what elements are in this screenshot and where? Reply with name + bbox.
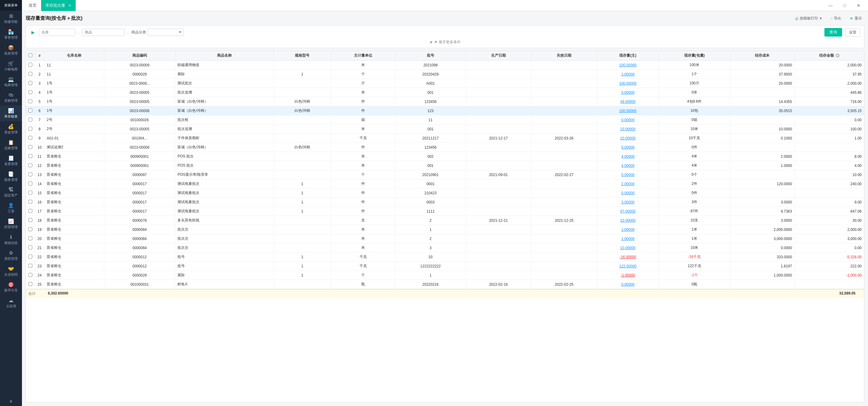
sidebar-gear-settings[interactable]: ⚙ [0, 397, 22, 406]
row-checkbox-cell[interactable] [26, 88, 35, 97]
row-qty-main[interactable]: 0.00000 [597, 170, 659, 179]
goods-input[interactable] [82, 29, 125, 36]
row-checkbox[interactable] [28, 117, 32, 122]
sidebar-item-invoice[interactable]: 🧾 发票管理 [0, 153, 22, 169]
row-checkbox-cell[interactable] [26, 280, 35, 289]
row-qty-main[interactable]: 2.00000 [597, 179, 659, 189]
row-checkbox[interactable] [28, 99, 32, 103]
window-minimize-btn[interactable]: — [824, 0, 838, 11]
row-qty-main[interactable]: 100.00000 [597, 79, 659, 88]
row-qty-main[interactable]: 4.00000 [597, 161, 659, 170]
row-qty-main[interactable]: 10.00000 [597, 243, 659, 252]
window-close-btn[interactable]: ✕ [851, 0, 866, 11]
row-qty-main[interactable]: 87.00000 [597, 207, 659, 216]
set-btn[interactable]: 设置 [845, 28, 860, 37]
row-checkbox[interactable] [28, 255, 32, 259]
row-checkbox-cell[interactable] [26, 271, 35, 280]
row-qty-main[interactable]: 0.00000 [597, 143, 659, 152]
row-qty-main[interactable]: 49.60000 [597, 97, 659, 106]
sidebar-item-system[interactable]: ⚙ 系统管理 [0, 248, 22, 264]
row-qty-main[interactable]: 100.00000 [597, 61, 659, 70]
sidebar-item-general[interactable]: 📋 总账管理 [0, 137, 22, 153]
row-checkbox-cell[interactable] [26, 79, 35, 88]
row-checkbox-cell[interactable] [26, 106, 35, 115]
row-checkbox[interactable] [28, 172, 32, 176]
row-checkbox-cell[interactable] [26, 115, 35, 125]
sidebar-item-asset[interactable]: 💰 资金管理 [0, 121, 22, 137]
row-checkbox-cell[interactable] [26, 243, 35, 252]
row-qty-main[interactable]: 1.00000 [597, 234, 659, 243]
sidebar-item-collab[interactable]: 🤝 企业协同 [0, 264, 22, 279]
row-checkbox[interactable] [28, 163, 32, 167]
warehouse-input[interactable] [39, 29, 75, 36]
row-qty-main[interactable]: 0.00000 [597, 115, 659, 125]
row-checkbox[interactable] [28, 63, 32, 67]
row-qty-main[interactable]: 10.00000 [597, 216, 659, 225]
row-checkbox[interactable] [28, 200, 32, 204]
sidebar-item-purchase[interactable]: 🛍 采购管理 [0, 90, 22, 105]
row-checkbox-cell[interactable] [26, 262, 35, 271]
row-checkbox[interactable] [28, 273, 32, 277]
row-checkbox[interactable] [28, 72, 32, 76]
row-checkbox[interactable] [28, 154, 32, 158]
sidebar-item-ecom[interactable]: 💻 电商管理 [0, 74, 22, 90]
row-checkbox[interactable] [28, 218, 32, 222]
row-qty-main[interactable]: 10.00000 [597, 125, 659, 134]
row-checkbox[interactable] [28, 90, 32, 94]
sidebar-item-quick-nav[interactable]: ⊞ 快捷导航 [0, 11, 22, 27]
row-checkbox[interactable] [28, 264, 32, 268]
sidebar-item-inventory[interactable]: 📊 库存核算 [0, 105, 22, 121]
row-checkbox[interactable] [28, 145, 32, 149]
select-all-checkbox[interactable] [28, 53, 32, 57]
sidebar-item-fixed-asset[interactable]: 🏗 固定资产 [0, 184, 22, 200]
row-qty-main[interactable]: 122.00000 [597, 262, 659, 271]
row-checkbox-cell[interactable] [26, 134, 35, 143]
row-checkbox-cell[interactable] [26, 207, 35, 216]
tab-close-btn[interactable]: ✕ [68, 3, 71, 8]
total-cost-info-icon[interactable]: ⓘ [836, 54, 840, 58]
row-checkbox-cell[interactable] [26, 161, 35, 170]
sidebar-item-small-ecom[interactable]: 🛒 小账电商 [0, 58, 22, 74]
display-btn[interactable]: 👁 显示 [847, 14, 864, 22]
row-checkbox[interactable] [28, 227, 32, 231]
row-checkbox[interactable] [28, 108, 32, 112]
sidebar-item-retail[interactable]: 🏪 零售管理 [0, 27, 22, 42]
row-checkbox-cell[interactable] [26, 216, 35, 225]
row-qty-main[interactable]: -16.00000 [597, 252, 659, 262]
expand-conditions-btn[interactable]: ▼ ▼ 展开更多条件 [30, 39, 860, 45]
sidebar-item-ops[interactable]: 📈 经营管理 [0, 216, 22, 232]
row-checkbox[interactable] [28, 245, 32, 249]
row-checkbox-cell[interactable] [26, 189, 35, 198]
row-checkbox-cell[interactable] [26, 152, 35, 161]
row-qty-main[interactable]: -1.00000 [597, 271, 659, 280]
row-checkbox[interactable] [28, 282, 32, 286]
tab-home[interactable]: 首页 [24, 0, 41, 11]
row-qty-main[interactable]: 1.00000 [597, 225, 659, 234]
row-checkbox-cell[interactable] [26, 61, 35, 70]
row-qty-main[interactable]: 3.00000 [597, 198, 659, 207]
row-checkbox-cell[interactable] [26, 97, 35, 106]
row-checkbox[interactable] [28, 181, 32, 185]
sidebar-item-newbie[interactable]: 🎯 新手引导 [0, 279, 22, 295]
filter-expand-btn[interactable]: ▶ [30, 29, 36, 36]
row-qty-main[interactable]: 10.00000 [597, 134, 659, 143]
row-qty-main[interactable]: 100.00000 [597, 106, 659, 115]
row-checkbox-cell[interactable] [26, 70, 35, 79]
sidebar-item-wholesale[interactable]: 📦 批发管理 [0, 42, 22, 58]
row-checkbox[interactable] [28, 81, 32, 85]
print-btn[interactable]: 🖨 按模板打印 ▼ [793, 14, 825, 22]
export-btn[interactable]: ↑ 导出 [828, 14, 844, 22]
query-btn[interactable]: 查询 [825, 28, 842, 37]
tab-batch-inventory[interactable]: 库存批次量 ✕ [41, 0, 76, 11]
row-qty-main[interactable]: 0.00000 [597, 88, 659, 97]
row-checkbox[interactable] [28, 236, 32, 240]
row-checkbox-cell[interactable] [26, 170, 35, 179]
sidebar-search-menu[interactable]: 搜索菜单 [0, 0, 22, 11]
sidebar-item-basic[interactable]: ℹ 基础信息 [0, 232, 22, 248]
row-checkbox-cell[interactable] [26, 198, 35, 207]
row-checkbox[interactable] [28, 127, 32, 131]
row-qty-main[interactable]: 0.00000 [597, 189, 659, 198]
row-qty-main[interactable]: 4.00000 [597, 152, 659, 161]
goods-ellipsis-btn[interactable]: ... [126, 30, 129, 34]
row-checkbox[interactable] [28, 191, 32, 195]
